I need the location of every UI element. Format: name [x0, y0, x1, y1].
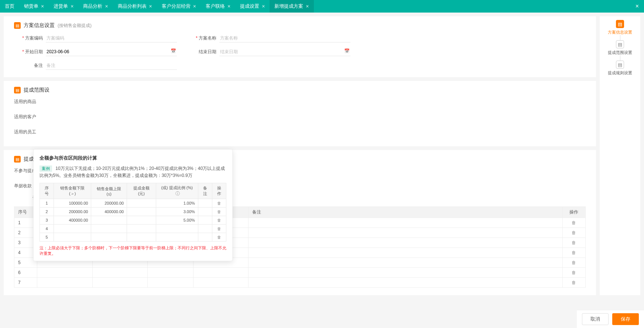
scope-staff-label: 适用的员工: [14, 129, 586, 135]
close-icon[interactable]: ×: [262, 3, 265, 9]
trash-icon[interactable]: 🗑: [572, 220, 576, 225]
close-all-icon[interactable]: ×: [630, 0, 644, 13]
tab-product-analysis[interactable]: 商品分析×: [78, 0, 113, 13]
trash-icon[interactable]: 🗑: [217, 201, 221, 205]
name-input[interactable]: [219, 34, 350, 42]
close-icon[interactable]: ×: [149, 3, 152, 9]
panel-icon: ▤: [14, 87, 21, 93]
end-date-input[interactable]: [219, 48, 350, 56]
remark-label: 备注: [14, 62, 43, 69]
tab-customer-tier[interactable]: 客户分层经营×: [157, 0, 201, 13]
trash-icon[interactable]: 🗑: [572, 260, 576, 265]
trash-icon[interactable]: 🗑: [572, 270, 576, 275]
tab-purchase[interactable]: 进货单×: [49, 0, 78, 13]
tooltip-table-row: 1100000.00200000.001.00%🗑: [40, 199, 226, 208]
calendar-icon[interactable]: 📅: [171, 48, 176, 54]
panel-title: 方案信息设置: [24, 22, 55, 29]
tooltip-table-row: 4🗑: [40, 225, 226, 233]
nav-step-rule[interactable]: ▤ 提成规则设置: [608, 61, 632, 76]
nav-step-info[interactable]: ▤ 方案信息设置: [608, 20, 632, 35]
code-label: *方案编码: [14, 35, 43, 41]
tab-home[interactable]: 首页: [0, 0, 19, 13]
tooltip-table: 序号 销售金额下限 (＞) 销售金额上限 (≤) 提成金额 (元) (或) 提成…: [40, 183, 226, 242]
close-icon[interactable]: ×: [227, 3, 230, 9]
tab-sales[interactable]: 销货单×: [19, 0, 49, 13]
panel-info: ▤ 方案信息设置 (按销售金额提成) *方案编码 *方案名称 *开始日期: [4, 16, 596, 77]
scope-products-label: 适用的商品: [14, 99, 586, 105]
name-label: *方案名称: [188, 35, 216, 41]
example-tag: 案例: [40, 165, 52, 172]
trash-icon[interactable]: 🗑: [572, 230, 576, 235]
code-input[interactable]: [46, 34, 177, 42]
trash-icon[interactable]: 🗑: [217, 218, 221, 222]
trash-icon[interactable]: 🗑: [572, 240, 576, 245]
tooltip-title: 全额参与所在区间段的计算: [40, 155, 226, 161]
info-icon: ⓘ: [175, 191, 180, 196]
panel-scope: ▤ 提成范围设 适用的商品 适用的客户 适用的员工: [4, 81, 596, 146]
tab-bar: 首页 销货单× 进货单× 商品分析× 商品分析列表× 客户分层经营× 客户联络×…: [0, 0, 644, 13]
tooltip-table-row: 3400000.005.00%🗑: [40, 216, 226, 225]
scope-customers-label: 适用的客户: [14, 114, 586, 120]
end-label: 结束日期: [188, 49, 216, 55]
nav-step-scope[interactable]: ▤ 提成范围设置: [608, 40, 632, 55]
anchor-nav: ▤ 方案信息设置 ▤ 提成范围设置 ▤ 提成规则设置: [600, 16, 640, 295]
panel-hint: (按销售金额提成): [58, 23, 92, 29]
panel-rule: ▤ 提成规则设 不参与提成 单据收款 计算规则 固定比例 区间超额提 区间全额提…: [4, 150, 596, 295]
tooltip-table-row: 5🗑: [40, 233, 226, 242]
calendar-icon[interactable]: 📅: [344, 48, 350, 54]
remark-input[interactable]: [46, 61, 177, 70]
tooltip-note: 注：上限必须大于下限；多个阶梯时，下一个阶梯下限要等于前一阶梯上限；不同行之间下…: [40, 245, 226, 256]
table-row[interactable]: 6🗑: [14, 268, 586, 278]
tooltip-table-row: 2200000.00400000.003.00%🗑: [40, 208, 226, 216]
table-row[interactable]: 7🗑: [14, 278, 586, 288]
panel-title: 提成范围设: [24, 87, 49, 93]
example-text: 10万元以下无提成；10-20万元提成比例为1%；20-40万提成比例为3%；4…: [40, 166, 225, 178]
doc-icon: ▤: [616, 20, 624, 28]
tab-product-analysis-list[interactable]: 商品分析列表×: [113, 0, 157, 13]
trash-icon[interactable]: 🗑: [572, 250, 576, 255]
close-icon[interactable]: ×: [306, 3, 309, 9]
close-icon[interactable]: ×: [71, 3, 73, 9]
trash-icon[interactable]: 🗑: [217, 235, 221, 239]
tooltip-card: 全额参与所在区间段的计算 案例 10万元以下无提成；10-20万元提成比例为1%…: [33, 149, 233, 261]
tab-customer-contact[interactable]: 客户联络×: [201, 0, 235, 13]
doc-icon: ▤: [616, 40, 624, 48]
trash-icon[interactable]: 🗑: [572, 280, 576, 285]
close-icon[interactable]: ×: [193, 3, 196, 9]
close-icon[interactable]: ×: [41, 3, 44, 9]
start-date-input[interactable]: [46, 48, 177, 56]
panel-icon: ▤: [14, 156, 21, 163]
start-label: *开始日期: [14, 49, 43, 55]
close-icon[interactable]: ×: [105, 3, 108, 9]
tab-new-commission[interactable]: 新增提成方案×: [270, 0, 314, 13]
doc-icon: ▤: [616, 61, 624, 69]
trash-icon[interactable]: 🗑: [217, 209, 221, 214]
panel-icon: ▤: [14, 22, 21, 29]
tab-commission-setting[interactable]: 提成设置×: [235, 0, 270, 13]
trash-icon[interactable]: 🗑: [217, 226, 221, 231]
